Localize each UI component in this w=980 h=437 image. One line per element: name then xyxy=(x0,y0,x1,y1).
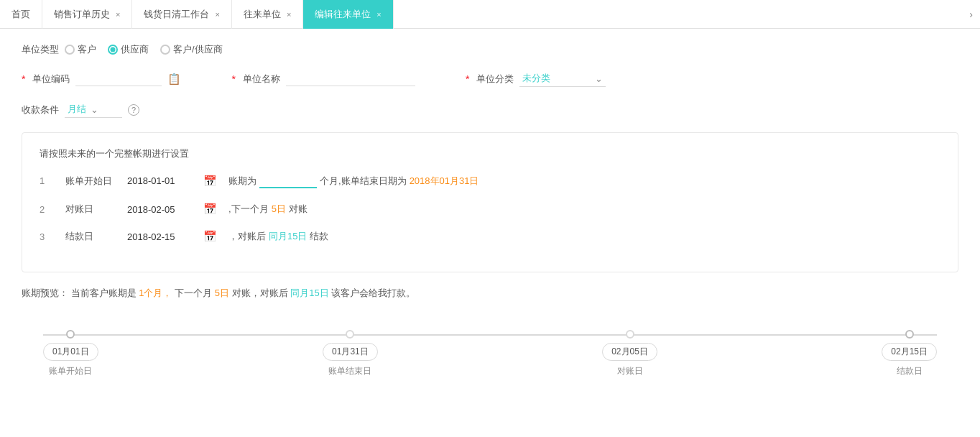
radio-customer[interactable]: 客户 xyxy=(65,43,96,56)
step-row-1: 1 账单开始日 2018-01-01 📅 账期为 1 个月,账单结束日期为 20… xyxy=(40,173,940,188)
step2-highlight: 5日 xyxy=(272,203,286,216)
step-label-3: 结款日 xyxy=(65,230,116,243)
unit-type-label: 单位类型 xyxy=(22,43,59,56)
radio-both[interactable]: 客户/供应商 xyxy=(160,43,223,56)
unit-type-field: 单位类型 客户 供应商 客户/供应商 xyxy=(22,43,223,56)
tabs-bar: 首页 销售订单历史 × 钱货日清工作台 × 往来单位 × 编辑往来单位 × › xyxy=(0,0,980,29)
unit-name-input[interactable]: 河南供应商22 xyxy=(286,72,415,86)
payment-term-select[interactable]: 月结 ⌄ xyxy=(65,101,122,118)
preview-mid: 下一个月 xyxy=(175,288,212,298)
tab-partner-label: 往来单位 xyxy=(244,8,281,21)
step-date-2: 2018-02-05 xyxy=(127,204,192,215)
step-num-3: 3 xyxy=(40,231,54,242)
tab-more-button[interactable]: › xyxy=(962,9,980,20)
unit-category-select[interactable]: 未分类 ⌄ xyxy=(519,70,606,87)
unit-name-label: 单位名称 xyxy=(243,73,280,86)
preview-mid2: 对账，对账后 xyxy=(232,288,288,298)
tab-cashier-close[interactable]: × xyxy=(215,10,219,19)
unit-name-required: * xyxy=(231,73,235,85)
calendar-icon-1[interactable]: 📅 xyxy=(203,175,217,188)
step-row-2: 2 对账日 2018-02-05 📅 ,下一个月 5日 对账 xyxy=(40,203,940,216)
tl-sub-3: 对账日 xyxy=(617,365,643,377)
preview-text: 账期预览： 当前客户账期是 1个月， 下一个月 5日 对账，对账后 同月15日 … xyxy=(22,287,958,300)
radio-customer-circle xyxy=(65,45,75,55)
unit-type-row: 单位类型 客户 供应商 客户/供应商 xyxy=(22,43,958,56)
preview-highlight1: 1个月， xyxy=(139,288,172,298)
settings-panel: 请按照未来的一个完整帐期进行设置 1 账单开始日 2018-01-01 📅 账期… xyxy=(22,132,958,272)
tl-badge-1: 01月01日 xyxy=(43,343,98,361)
preview-label: 账期预览： xyxy=(22,288,68,298)
payment-term-arrow: ⌄ xyxy=(91,104,98,115)
tab-home[interactable]: 首页 xyxy=(0,0,42,29)
unit-category-arrow: ⌄ xyxy=(595,73,603,84)
unit-code-label: 单位编码 xyxy=(32,73,70,86)
radio-group: 客户 供应商 客户/供应商 xyxy=(65,43,223,56)
radio-supplier[interactable]: 供应商 xyxy=(108,43,149,56)
tl-dot-1 xyxy=(66,330,75,339)
tl-dot-4 xyxy=(905,330,914,339)
help-icon[interactable]: ? xyxy=(128,104,139,116)
step1-desc-mid: 个月,账单结束日期为 xyxy=(320,175,407,188)
tab-edit-partner-close[interactable]: × xyxy=(376,10,381,19)
payment-term-label: 收款条件 xyxy=(22,104,59,116)
tl-sub-2: 账单结束日 xyxy=(328,365,371,377)
tl-sub-4: 结款日 xyxy=(897,365,923,377)
unit-category-value: 未分类 xyxy=(522,72,550,85)
panel-hint: 请按照未来的一个完整帐期进行设置 xyxy=(40,147,940,160)
unit-name-field: * 单位名称 河南供应商22 xyxy=(231,72,415,86)
tab-edit-partner-label: 编辑往来单位 xyxy=(315,8,371,21)
tl-badge-2: 01月31日 xyxy=(323,343,378,361)
unit-code-required: * xyxy=(22,73,25,85)
period-input[interactable]: 1 xyxy=(259,173,317,188)
copy-icon[interactable]: 📋 xyxy=(167,73,181,86)
tab-edit-partner[interactable]: 编辑往来单位 × xyxy=(303,0,393,29)
timeline-container: 01月01日 账单开始日 01月31日 账单结束日 02月05日 对账日 02月… xyxy=(22,317,958,377)
step-label-1: 账单开始日 xyxy=(65,175,116,188)
tab-partner[interactable]: 往来单位 × xyxy=(232,0,303,29)
tl-dot-3 xyxy=(626,330,634,339)
unit-category-label: 单位分类 xyxy=(476,73,514,86)
unit-info-row: * 单位编码 000001 📋 * 单位名称 河南供应商22 * 单位分类 未分… xyxy=(22,70,958,87)
unit-category-field: * 单位分类 未分类 ⌄ xyxy=(466,70,606,87)
tl-sub-1: 账单开始日 xyxy=(49,365,92,377)
unit-code-field: * 单位编码 000001 📋 xyxy=(22,72,181,86)
preview-highlight3: 同月15日 xyxy=(290,288,328,298)
tab-partner-close[interactable]: × xyxy=(287,10,291,19)
tl-badge-3: 02月05日 xyxy=(602,343,657,361)
tl-item-2: 01月31日 账单结束日 xyxy=(323,317,378,377)
tl-dot-2 xyxy=(346,330,354,339)
tab-sales-history-close[interactable]: × xyxy=(116,10,120,19)
tl-badge-4: 02月15日 xyxy=(882,343,937,361)
radio-both-circle xyxy=(160,45,170,55)
preview-before: 当前客户账期是 xyxy=(71,288,137,298)
calendar-icon-3[interactable]: 📅 xyxy=(203,230,217,243)
step3-highlight: 同月15日 xyxy=(269,230,307,243)
unit-code-input[interactable]: 000001 xyxy=(75,72,162,86)
unit-category-required: * xyxy=(466,73,469,85)
preview-highlight2: 5日 xyxy=(215,288,229,298)
step-date-1: 2018-01-01 xyxy=(127,175,192,186)
payment-term-field: 收款条件 月结 ⌄ ? xyxy=(22,101,139,118)
tab-home-label: 首页 xyxy=(11,8,30,21)
tl-item-1: 01月01日 账单开始日 xyxy=(43,317,98,377)
radio-supplier-label: 供应商 xyxy=(121,43,149,56)
step1-desc-before: 账期为 xyxy=(228,175,256,188)
step-num-1: 1 xyxy=(40,175,54,186)
step-desc-2: ,下一个月 5日 对账 xyxy=(228,203,308,216)
calendar-icon-2[interactable]: 📅 xyxy=(203,203,217,216)
tl-item-4: 02月15日 结款日 xyxy=(882,317,937,377)
payment-term-row: 收款条件 月结 ⌄ ? xyxy=(22,101,958,118)
radio-supplier-circle xyxy=(108,45,118,55)
payment-term-value: 月结 xyxy=(68,103,86,116)
timeline-items: 01月01日 账单开始日 01月31日 账单结束日 02月05日 对账日 02月… xyxy=(43,317,937,377)
step3-prefix: ，对账后 xyxy=(228,230,266,243)
step-row-3: 3 结款日 2018-02-15 📅 ，对账后 同月15日 结款 xyxy=(40,230,940,243)
step-label-2: 对账日 xyxy=(65,203,116,216)
tab-cashier[interactable]: 钱货日清工作台 × xyxy=(132,0,231,29)
step1-end-date: 2018年01月31日 xyxy=(410,175,479,188)
preview-end: 该客户会给我打款。 xyxy=(331,288,415,298)
tab-sales-history[interactable]: 销售订单历史 × xyxy=(42,0,132,29)
tab-cashier-label: 钱货日清工作台 xyxy=(144,8,209,21)
step3-suffix: 结款 xyxy=(310,230,328,243)
step-desc-1: 账期为 1 个月,账单结束日期为 2018年01月31日 xyxy=(228,173,479,188)
